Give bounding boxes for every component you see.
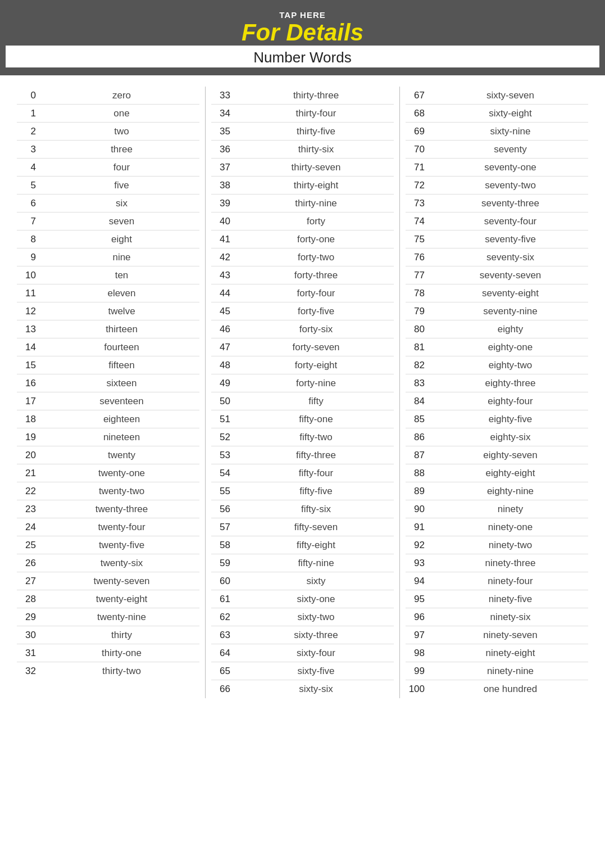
number-cell: 24 — [17, 522, 44, 533]
number-cell: 23 — [17, 504, 44, 515]
word-cell: seventy-five — [433, 234, 588, 245]
number-cell: 22 — [17, 486, 44, 497]
number-cell: 66 — [211, 684, 238, 695]
table-row: 82eighty-two — [406, 356, 588, 374]
word-cell: fifty-eight — [238, 540, 394, 551]
table-row: 20twenty — [17, 446, 199, 464]
word-cell: one hundred — [433, 684, 588, 695]
table-row: 48forty-eight — [211, 356, 394, 374]
number-cell: 51 — [211, 414, 238, 425]
table-row: 23twenty-three — [17, 500, 199, 518]
table-row: 44forty-four — [211, 284, 394, 302]
word-cell: ninety-three — [433, 558, 588, 569]
word-cell: eighty-two — [433, 360, 588, 371]
number-cell: 100 — [406, 684, 433, 695]
page-header[interactable]: TAP HERE For Details Number Words — [0, 0, 605, 75]
column-2: 33thirty-three34thirty-four35thirty-five… — [206, 87, 400, 698]
table-row: 62sixty-two — [211, 608, 394, 626]
table-row: 96ninety-six — [406, 608, 588, 626]
column-3: 67sixty-seven68sixty-eight69sixty-nine70… — [400, 87, 588, 698]
table-row: 39thirty-nine — [211, 195, 394, 213]
table-row: 17seventeen — [17, 392, 199, 410]
table-row: 29twenty-nine — [17, 608, 199, 626]
table-row: 7seven — [17, 213, 199, 230]
word-cell: thirty-five — [238, 126, 394, 137]
table-row: 1one — [17, 105, 199, 123]
number-cell: 84 — [406, 396, 433, 407]
word-cell: thirty-four — [238, 108, 394, 119]
word-cell: seventy-seven — [433, 270, 588, 281]
number-cell: 1 — [17, 108, 44, 119]
word-cell: forty-nine — [238, 378, 394, 389]
word-cell: fifty-five — [238, 486, 394, 497]
word-cell: twenty-seven — [44, 576, 199, 587]
table-row: 34thirty-four — [211, 105, 394, 123]
table-row: 15fifteen — [17, 356, 199, 374]
number-cell: 29 — [17, 612, 44, 623]
word-cell: fifty-one — [238, 414, 394, 425]
number-cell: 47 — [211, 342, 238, 353]
number-cell: 27 — [17, 576, 44, 587]
number-cell: 36 — [211, 144, 238, 155]
word-cell: twenty — [44, 450, 199, 461]
number-cell: 43 — [211, 270, 238, 281]
number-cell: 52 — [211, 432, 238, 443]
table-row: 99ninety-nine — [406, 662, 588, 680]
number-cell: 10 — [17, 270, 44, 281]
table-row: 86eighty-six — [406, 428, 588, 446]
table-row: 41forty-one — [211, 230, 394, 248]
word-cell: fifty-two — [238, 432, 394, 443]
table-row: 49forty-nine — [211, 374, 394, 392]
table-row: 100one hundred — [406, 680, 588, 698]
number-cell: 95 — [406, 594, 433, 605]
tap-here-label: TAP HERE — [6, 10, 599, 20]
number-cell: 4 — [17, 162, 44, 173]
table-row: 83eighty-three — [406, 374, 588, 392]
table-row: 87eighty-seven — [406, 446, 588, 464]
word-cell: twenty-three — [44, 504, 199, 515]
word-cell: two — [44, 126, 199, 137]
table-row: 67sixty-seven — [406, 87, 588, 105]
table-row: 18eighteen — [17, 410, 199, 428]
table-row: 58fifty-eight — [211, 536, 394, 554]
word-cell: zero — [44, 90, 199, 101]
word-cell: thirty-eight — [238, 180, 394, 191]
number-cell: 70 — [406, 144, 433, 155]
word-cell: ninety-one — [433, 522, 588, 533]
table-row: 4four — [17, 159, 199, 177]
number-cell: 59 — [211, 558, 238, 569]
table-row: 88eighty-eight — [406, 464, 588, 482]
table-row: 65sixty-five — [211, 662, 394, 680]
table-row: 32thirty-two — [17, 662, 199, 680]
number-cell: 8 — [17, 234, 44, 245]
table-row: 71seventy-one — [406, 159, 588, 177]
word-cell: eighty-four — [433, 396, 588, 407]
number-cell: 86 — [406, 432, 433, 443]
table-row: 3three — [17, 141, 199, 159]
number-cell: 89 — [406, 486, 433, 497]
number-cell: 77 — [406, 270, 433, 281]
number-cell: 58 — [211, 540, 238, 551]
word-cell: twenty-four — [44, 522, 199, 533]
number-cell: 40 — [211, 216, 238, 227]
word-cell: eleven — [44, 288, 199, 299]
word-cell: fifty-four — [238, 468, 394, 479]
number-cell: 61 — [211, 594, 238, 605]
number-cell: 5 — [17, 180, 44, 191]
table-row: 28twenty-eight — [17, 590, 199, 608]
word-cell: thirty-six — [238, 144, 394, 155]
number-cell: 44 — [211, 288, 238, 299]
number-cell: 45 — [211, 306, 238, 317]
number-cell: 12 — [17, 306, 44, 317]
table-row: 95ninety-five — [406, 590, 588, 608]
table-row: 70seventy — [406, 141, 588, 159]
table-row: 36thirty-six — [211, 141, 394, 159]
table-row: 55fifty-five — [211, 482, 394, 500]
number-cell: 30 — [17, 630, 44, 641]
table-row: 5five — [17, 177, 199, 195]
number-cell: 46 — [211, 324, 238, 335]
table-row: 75seventy-five — [406, 230, 588, 248]
word-cell: seventy-one — [433, 162, 588, 173]
word-cell: seventy-three — [433, 198, 588, 209]
number-cell: 67 — [406, 90, 433, 101]
